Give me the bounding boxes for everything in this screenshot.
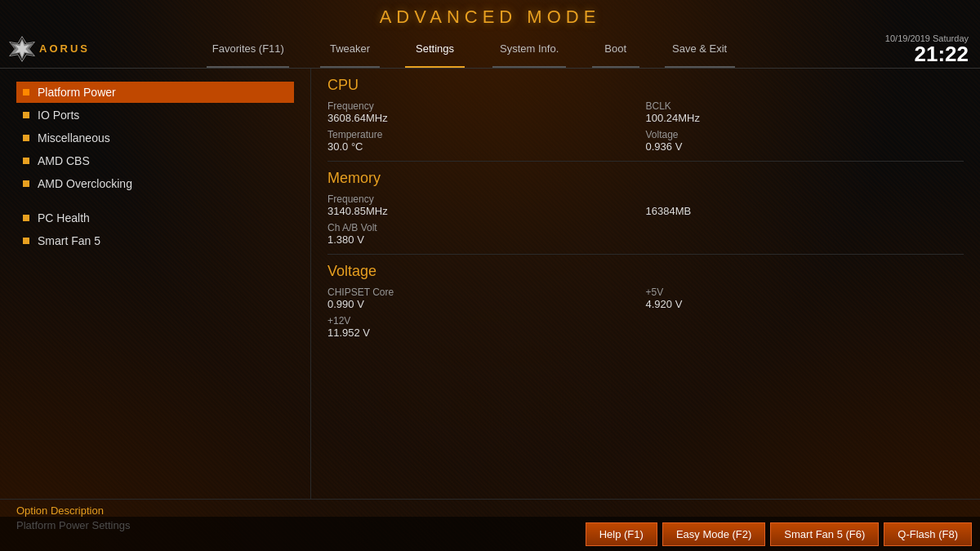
bullet-icon [23, 135, 29, 141]
volt-chipset-value: 0.990 V [327, 298, 646, 310]
mem-freq-label: Frequency [327, 193, 646, 205]
bullet-icon [23, 180, 29, 187]
nav-tab-boot[interactable]: Boot [581, 29, 649, 68]
footer-bar: Help (F1)Easy Mode (F2)Smart Fan 5 (F6)Q… [0, 517, 980, 551]
sidebar-item-amd-overclocking[interactable]: AMD Overclocking [16, 173, 294, 194]
nav-tabs: Favorites (F11)TweakerSettingsSystem Inf… [90, 29, 849, 68]
nav-bar: AORUS Favorites (F11)TweakerSettingsSyst… [0, 29, 980, 69]
bullet-icon [23, 89, 29, 96]
cpu-freq-value: 3608.64MHz [327, 112, 646, 124]
cpu-bclk-value: 100.24MHz [646, 112, 964, 124]
memory-section: Memory Frequency 3140.85MHz 16384MB Ch A… [327, 170, 964, 255]
sidebar-item-pc-health[interactable]: PC Health [16, 207, 294, 229]
sidebar: Platform PowerIO PortsMiscellaneousAMD C… [0, 69, 310, 499]
mem-chvolt-value: 1.380 V [327, 233, 646, 246]
sidebar-item-label: Platform Power [38, 86, 116, 99]
bullet-icon [23, 112, 29, 118]
volt-5v-label: +5V [646, 287, 964, 298]
volt-12v-value: 11.952 V [327, 327, 646, 339]
mem-chvolt-label: Ch A/B Volt [327, 222, 646, 233]
sidebar-item-smart-fan5[interactable]: Smart Fan 5 [16, 230, 294, 251]
sidebar-item-label: IO Ports [38, 109, 79, 122]
mem-size-block: 16384MB [646, 193, 964, 217]
mem-freq-block: Frequency 3140.85MHz [327, 193, 646, 217]
volt-chipset-label: CHIPSET Core [327, 287, 646, 298]
cpu-title: CPU [327, 77, 964, 94]
voltage-title: Voltage [327, 263, 964, 280]
volt-12v-label: +12V [327, 315, 646, 327]
info-panel: CPU Frequency 3608.64MHz BCLK 100.24MHz … [310, 69, 980, 499]
sidebar-item-amd-cbs[interactable]: AMD CBS [16, 150, 294, 171]
bullet-icon [23, 158, 29, 164]
mem-freq-value: 3140.85MHz [327, 205, 646, 217]
header: ADVANCED MODE [0, 0, 980, 29]
sidebar-item-label: Smart Fan 5 [38, 234, 100, 247]
aorus-logo-icon [8, 33, 36, 65]
mem-chvolt-block: Ch A/B Volt 1.380 V [327, 222, 646, 246]
nav-tab-tweaker[interactable]: Tweaker [307, 29, 393, 68]
footer-btn-help[interactable]: Help (F1) [586, 522, 657, 546]
mem-size-value: 16384MB [646, 205, 964, 217]
sidebar-item-io-ports[interactable]: IO Ports [16, 104, 294, 126]
cpu-bclk-block: BCLK 100.24MHz [646, 100, 964, 124]
footer-btn-qflash[interactable]: Q-Flash (F8) [884, 522, 972, 546]
cpu-freq-label: Frequency [327, 100, 646, 112]
option-description-title: Option Description [16, 504, 964, 517]
page-title: ADVANCED MODE [380, 7, 601, 28]
cpu-bclk-label: BCLK [646, 100, 964, 112]
logo-text: AORUS [39, 42, 90, 55]
mem-size-label [646, 193, 964, 205]
sidebar-item-label: PC Health [38, 211, 90, 224]
cpu-temp-label: Temperature [327, 129, 646, 140]
volt-5v-value: 4.920 V [646, 298, 964, 310]
datetime-area: 10/19/2019 Saturday 21:22 [849, 33, 980, 64]
nav-tab-sysinfo[interactable]: System Info. [477, 29, 581, 68]
volt-chipset-block: CHIPSET Core 0.990 V [327, 287, 646, 310]
cpu-volt-value: 0.936 V [646, 140, 964, 153]
memory-grid: Frequency 3140.85MHz 16384MB Ch A/B Volt… [327, 193, 964, 246]
voltage-grid: CHIPSET Core 0.990 V +5V 4.920 V +12V 11… [327, 287, 964, 339]
cpu-temp-value: 30.0 °C [327, 140, 646, 153]
sidebar-item-miscellaneous[interactable]: Miscellaneous [16, 127, 294, 149]
nav-tab-favorites[interactable]: Favorites (F11) [189, 29, 307, 68]
nav-tab-settings[interactable]: Settings [393, 29, 477, 68]
memory-title: Memory [327, 170, 964, 187]
cpu-temp-block: Temperature 30.0 °C [327, 129, 646, 153]
nav-tab-saveexit[interactable]: Save & Exit [649, 29, 750, 68]
cpu-section: CPU Frequency 3608.64MHz BCLK 100.24MHz … [327, 77, 964, 162]
voltage-section: Voltage CHIPSET Core 0.990 V +5V 4.920 V… [327, 263, 964, 347]
cpu-grid: Frequency 3608.64MHz BCLK 100.24MHz Temp… [327, 100, 964, 153]
volt-5v-block: +5V 4.920 V [646, 287, 964, 310]
cpu-freq-block: Frequency 3608.64MHz [327, 100, 646, 124]
sidebar-spacer [16, 196, 294, 207]
bullet-icon [23, 215, 29, 221]
sidebar-item-label: Miscellaneous [38, 131, 110, 144]
cpu-volt-label: Voltage [646, 129, 964, 140]
cpu-volt-block: Voltage 0.936 V [646, 129, 964, 153]
time-display: 21:22 [915, 42, 969, 66]
bullet-icon [23, 238, 29, 244]
logo-area: AORUS [0, 33, 90, 65]
sidebar-item-platform-power[interactable]: Platform Power [16, 82, 294, 103]
footer-btn-smartfan5[interactable]: Smart Fan 5 (F6) [770, 522, 879, 546]
sidebar-item-label: AMD CBS [38, 154, 90, 167]
main-content: Platform PowerIO PortsMiscellaneousAMD C… [0, 69, 980, 499]
footer-btn-easymode[interactable]: Easy Mode (F2) [662, 522, 765, 546]
sidebar-item-label: AMD Overclocking [38, 177, 132, 190]
volt-12v-block: +12V 11.952 V [327, 315, 646, 339]
